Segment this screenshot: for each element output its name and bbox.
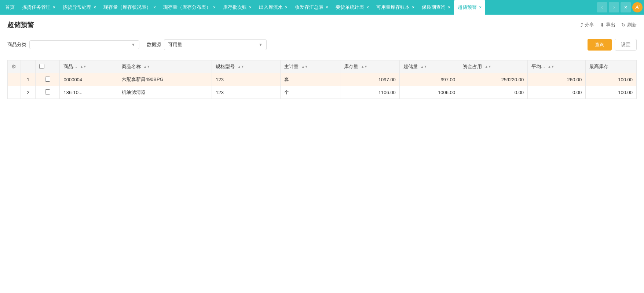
td-product-name-1: 机油滤清器: [118, 86, 212, 99]
td-max-stock-0: 100.00: [586, 73, 637, 86]
nav-close-exception[interactable]: ×: [94, 5, 96, 10]
th-settings[interactable]: ⚙: [8, 60, 21, 73]
column-settings-icon[interactable]: ⚙: [11, 63, 16, 70]
refresh-label: 刷新: [627, 22, 637, 28]
nav-close-warranty[interactable]: ×: [448, 5, 450, 10]
th-spec[interactable]: 规格型号 ▲▼: [212, 60, 281, 73]
td-spec-1: 123: [212, 86, 281, 99]
refresh-icon: ↻: [621, 22, 626, 28]
nav-next-button[interactable]: ›: [609, 2, 619, 12]
datasource-label: 数据源: [147, 41, 161, 48]
nav-prev-button[interactable]: ‹: [597, 2, 607, 12]
th-checkbox[interactable]: [36, 60, 60, 73]
sort-overstock[interactable]: ▲▼: [420, 65, 427, 68]
header-actions: ⤴ 分享 ⬇ 导出 ↻ 刷新: [581, 22, 637, 28]
td-product-name-0: 六配套新昌490BPG: [118, 73, 212, 86]
nav-close-available[interactable]: ×: [412, 5, 414, 10]
nav-item-exception[interactable]: 拣货异常处理×: [59, 0, 100, 15]
share-label: 分享: [585, 22, 594, 28]
settings-button[interactable]: 设置: [615, 39, 637, 51]
nav-item-label-order-stat: 要货单统计表: [336, 4, 364, 11]
td-index-1: 2: [21, 86, 36, 99]
sort-unit[interactable]: ▲▼: [301, 65, 308, 68]
export-button[interactable]: ⬇ 导出: [600, 22, 615, 28]
nav-item-label-inventory-dist: 现存量（库存分布表）: [163, 4, 211, 11]
nav-item-batch[interactable]: 库存批次账×: [219, 0, 255, 15]
td-checkbox-0[interactable]: [36, 73, 60, 86]
data-table: ⚙ 商品... ▲▼ 商品名称 ▲▼ 规格型号 ▲▼: [7, 60, 637, 99]
nav-close-inventory-dist[interactable]: ×: [213, 5, 216, 10]
nav-item-overstock[interactable]: 超储预警×: [454, 0, 485, 15]
td-capital-1: 0.00: [459, 86, 528, 99]
nav-item-inventory-status[interactable]: 现存量（库存状况表）×: [100, 0, 160, 15]
td-avg-0: 260.00: [528, 73, 586, 86]
nav-close-task[interactable]: ×: [53, 5, 55, 10]
export-label: 导出: [606, 22, 615, 28]
nav-item-available[interactable]: 可用量库存账本×: [373, 0, 418, 15]
category-filter-group: 商品分类 ▼: [7, 40, 139, 49]
share-button[interactable]: ⤴ 分享: [581, 22, 594, 28]
category-arrow-icon: ▼: [131, 42, 135, 47]
sort-product-code[interactable]: ▲▼: [80, 65, 87, 68]
nav-item-inventory-dist[interactable]: 现存量（库存分布表）×: [160, 0, 219, 15]
nav-item-label-overstock: 超储预警: [458, 4, 477, 11]
td-spec-0: 123: [212, 73, 281, 86]
td-checkbox-1[interactable]: [36, 86, 60, 99]
nav-close-batch[interactable]: ×: [249, 5, 252, 10]
th-index: [21, 60, 36, 73]
table-row: 1 0000004 六配套新昌490BPG 123 套 1097.00 997.…: [8, 73, 637, 86]
refresh-button[interactable]: ↻ 刷新: [621, 22, 637, 28]
th-product-name[interactable]: 商品名称 ▲▼: [118, 60, 212, 73]
nav-close-overstock[interactable]: ×: [479, 5, 482, 10]
row-checkbox-1[interactable]: [45, 89, 50, 94]
nav-item-label-inout: 出入库流水: [259, 4, 283, 11]
nav-close-order-stat[interactable]: ×: [366, 5, 369, 10]
nav-item-inout[interactable]: 出入库流水×: [255, 0, 291, 15]
page-title: 超储预警: [7, 21, 34, 29]
select-all-checkbox[interactable]: [39, 64, 44, 69]
sort-stock[interactable]: ▲▼: [361, 65, 367, 68]
query-button[interactable]: 查询: [588, 39, 612, 51]
th-unit[interactable]: 主计量 ▲▼: [281, 60, 340, 73]
nav-item-task[interactable]: 拣货任务管理×: [18, 0, 59, 15]
filter-bar: 商品分类 ▼ 数据源 可用量 ▼ 查询 设置: [7, 35, 637, 54]
nav-more-button[interactable]: ✕: [621, 2, 631, 12]
th-overstock[interactable]: 超储量 ▲▼: [399, 60, 459, 73]
nav-item-label-home: 首页: [5, 4, 15, 11]
nav-item-warranty[interactable]: 保质期查询×: [418, 0, 454, 15]
user-avatar[interactable]: Ai: [632, 2, 643, 12]
table-header-row: ⚙ 商品... ▲▼ 商品名称 ▲▼ 规格型号 ▲▼: [8, 60, 637, 73]
th-stock[interactable]: 库存量 ▲▼: [340, 60, 399, 73]
nav-item-order-stat[interactable]: 要货单统计表×: [332, 0, 373, 15]
sort-spec[interactable]: ▲▼: [238, 65, 244, 68]
category-select[interactable]: ▼: [29, 40, 139, 49]
nav-item-label-collect: 收发存汇总表: [295, 4, 323, 11]
nav-item-collect[interactable]: 收发存汇总表×: [291, 0, 332, 15]
table-row: 2 186-10... 机油滤清器 123 个 1106.00 1006.00 …: [8, 86, 637, 99]
td-settings-1: [8, 86, 21, 99]
sort-capital[interactable]: ▲▼: [485, 65, 491, 68]
nav-close-collect[interactable]: ×: [326, 5, 328, 10]
td-product-code-0: 0000004: [60, 73, 118, 86]
td-settings-0: [8, 73, 21, 86]
td-max-stock-1: 100.00: [586, 86, 637, 99]
th-product-code[interactable]: 商品... ▲▼: [60, 60, 118, 73]
td-unit-1: 个: [281, 86, 340, 99]
nav-item-label-batch: 库存批次账: [223, 4, 247, 11]
th-capital[interactable]: 资金占用 ▲▼: [459, 60, 528, 73]
sort-avg[interactable]: ▲▼: [548, 65, 555, 68]
nav-item-label-warranty: 保质期查询: [422, 4, 446, 11]
th-max-stock[interactable]: 最高库存: [586, 60, 637, 73]
nav-item-label-exception: 拣货异常处理: [63, 4, 91, 11]
category-label: 商品分类: [7, 41, 26, 48]
filter-buttons: 查询 设置: [588, 39, 637, 51]
row-checkbox-0[interactable]: [45, 77, 50, 82]
nav-close-inventory-status[interactable]: ×: [153, 5, 156, 10]
nav-close-inout[interactable]: ×: [285, 5, 288, 10]
datasource-select[interactable]: 可用量 ▼: [164, 39, 267, 50]
nav-item-home[interactable]: 首页: [1, 0, 18, 15]
th-avg[interactable]: 平均... ▲▼: [528, 60, 586, 73]
sort-product-name[interactable]: ▲▼: [143, 65, 150, 68]
nav-item-label-task: 拣货任务管理: [22, 4, 51, 11]
td-stock-0: 1097.00: [340, 73, 399, 86]
